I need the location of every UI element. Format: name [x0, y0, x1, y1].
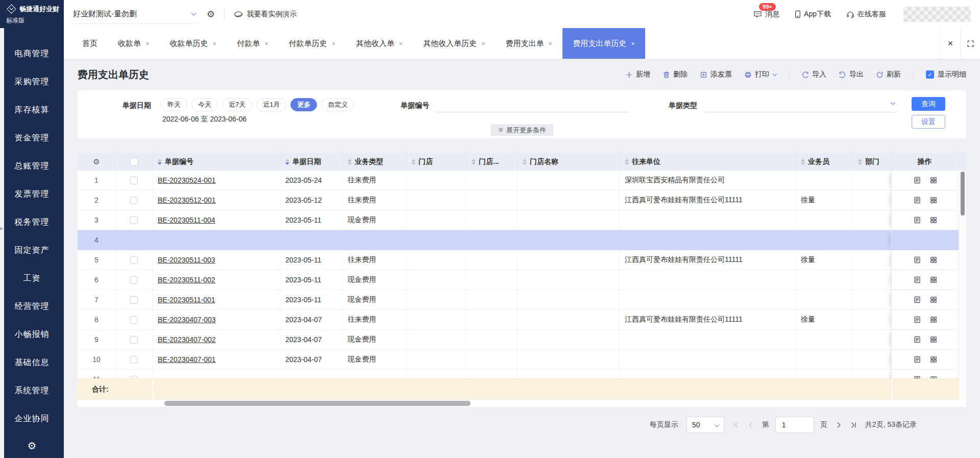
- doc-detail-icon[interactable]: [913, 256, 921, 264]
- row-checkbox[interactable]: [130, 296, 138, 304]
- prev-page-icon[interactable]: [747, 422, 754, 428]
- vertical-scrollbar[interactable]: [959, 171, 966, 400]
- table-row-11[interactable]: 11: [78, 370, 966, 378]
- table-row-4[interactable]: 4: [78, 230, 966, 250]
- demo-link[interactable]: 我要看实例演示: [234, 10, 297, 19]
- row-checkbox[interactable]: [130, 276, 138, 284]
- grid-icon[interactable]: [929, 335, 938, 344]
- row-checkbox[interactable]: [130, 197, 138, 204]
- org-settings-gear-icon[interactable]: ⚙: [207, 9, 215, 20]
- toolbar-button-0[interactable]: 新增: [625, 70, 650, 79]
- grid-icon[interactable]: [929, 256, 938, 264]
- close-tab-icon[interactable]: ×: [332, 40, 336, 47]
- tab-4[interactable]: 付款单历史×: [279, 28, 346, 59]
- sort-arrows-icon[interactable]: [858, 159, 862, 165]
- doc-link[interactable]: BE-20230511-003: [158, 256, 215, 264]
- close-tab-icon[interactable]: ×: [213, 40, 217, 47]
- sidebar-item-8[interactable]: 工资: [0, 264, 64, 292]
- column-header-store[interactable]: 门店: [406, 153, 467, 171]
- grid-icon[interactable]: [929, 296, 938, 304]
- sidebar-item-5[interactable]: 发票管理: [0, 180, 64, 208]
- column-header-date[interactable]: 单据日期: [280, 153, 342, 171]
- user-account-redacted[interactable]: [903, 7, 971, 22]
- doctype-select[interactable]: [703, 99, 898, 112]
- vertical-scrollbar-thumb[interactable]: [961, 172, 965, 215]
- sidebar-item-11[interactable]: 基础信息: [0, 348, 64, 376]
- last-page-icon[interactable]: [850, 422, 857, 428]
- close-tab-icon[interactable]: ×: [399, 40, 403, 47]
- column-header-biztype[interactable]: 业务类型: [342, 153, 406, 171]
- grid-icon[interactable]: [929, 176, 938, 184]
- date-pill-1[interactable]: 今天: [191, 98, 218, 111]
- close-tab-icon[interactable]: ×: [549, 40, 553, 47]
- sidebar-item-10[interactable]: 小畅报销: [0, 320, 64, 348]
- grid-icon[interactable]: [929, 276, 938, 284]
- tab-8[interactable]: 费用支出单历史×: [562, 28, 645, 59]
- row-checkbox[interactable]: [130, 356, 138, 364]
- page-number-input[interactable]: 1: [775, 417, 814, 433]
- sort-arrows-icon[interactable]: [625, 159, 629, 165]
- table-row-1[interactable]: 1BE-20230524-0012023-05-24往来费用深圳联宝西安精品有限…: [78, 171, 966, 190]
- table-row-6[interactable]: 6BE-20230511-0022023-05-11现金费用: [78, 270, 966, 290]
- tab-6[interactable]: 其他收入单历史×: [413, 28, 496, 59]
- toolbar-button-4[interactable]: 导入: [801, 70, 826, 79]
- sidebar-item-0[interactable]: 电商管理: [0, 39, 64, 67]
- sort-arrows-icon[interactable]: [158, 159, 162, 165]
- sidebar-settings-gear-icon[interactable]: ⚙: [0, 433, 64, 458]
- column-header-store_code[interactable]: 门店...: [467, 153, 518, 171]
- row-checkbox[interactable]: [130, 216, 138, 224]
- date-pill-5[interactable]: 自定义: [321, 98, 354, 111]
- gear-icon[interactable]: ⚙: [93, 157, 100, 166]
- doc-detail-icon[interactable]: [913, 276, 921, 284]
- online-support-button[interactable]: 在线客服: [846, 10, 886, 19]
- close-tab-icon[interactable]: ×: [631, 40, 635, 47]
- sidebar-item-2[interactable]: 库存核算: [0, 95, 64, 124]
- table-row-2[interactable]: 2BE-20230512-0012023-05-12往来费用江西真可爱布娃娃有限…: [78, 190, 966, 210]
- tab-7[interactable]: 费用支出单×: [496, 28, 563, 59]
- doc-detail-icon[interactable]: [913, 176, 921, 184]
- table-header-gear-cell[interactable]: ⚙: [78, 153, 116, 171]
- grid-icon[interactable]: [929, 196, 938, 204]
- doc-link[interactable]: BE-20230407-003: [158, 316, 216, 324]
- sidebar-item-6[interactable]: 税务管理: [0, 208, 64, 236]
- expand-more-button[interactable]: 展开更多条件: [491, 124, 553, 136]
- grid-icon[interactable]: [929, 355, 938, 364]
- column-header-docno[interactable]: 单据编号: [153, 153, 280, 171]
- sidebar-item-7[interactable]: 固定资产: [0, 236, 64, 264]
- doc-detail-icon[interactable]: [913, 216, 921, 224]
- doc-link[interactable]: BE-20230511-002: [158, 276, 215, 284]
- column-header-counterpart[interactable]: 往来单位: [620, 153, 796, 171]
- horizontal-scrollbar-thumb[interactable]: [164, 401, 471, 406]
- column-header-salesman[interactable]: 业务员: [796, 153, 853, 171]
- close-tab-icon[interactable]: ×: [145, 40, 150, 47]
- show-detail-toggle[interactable]: ✓显示明细: [926, 70, 966, 79]
- row-checkbox[interactable]: [130, 256, 138, 264]
- doc-link[interactable]: BE-20230511-001: [158, 296, 215, 304]
- table-row-8[interactable]: 8BE-20230407-0032023-04-07往来费用江西真可爱布娃娃有限…: [78, 310, 966, 330]
- sidebar-item-12[interactable]: 系统管理: [0, 376, 64, 404]
- table-row-10[interactable]: 10BE-20230407-0012023-04-07现金费用: [78, 350, 966, 370]
- close-tab-icon[interactable]: ×: [481, 40, 485, 47]
- table-row-9[interactable]: 9BE-20230407-0022023-04-07现金费用: [78, 330, 966, 350]
- doc-link[interactable]: BE-20230524-001: [158, 176, 216, 184]
- sidebar-item-1[interactable]: 采购管理: [0, 67, 64, 95]
- table-row-7[interactable]: 7BE-20230511-0012023-05-11现金费用: [78, 290, 966, 310]
- docno-input[interactable]: [435, 99, 629, 112]
- toolbar-button-3[interactable]: 打印: [744, 70, 776, 79]
- sidebar-item-4[interactable]: 总账管理: [0, 152, 64, 180]
- sort-arrows-icon[interactable]: [801, 159, 805, 165]
- row-checkbox[interactable]: [130, 336, 138, 344]
- doc-link[interactable]: BE-20230512-001: [158, 196, 216, 204]
- doc-detail-icon[interactable]: [913, 296, 921, 304]
- first-page-icon[interactable]: [732, 422, 739, 428]
- doc-detail-icon[interactable]: [913, 316, 921, 324]
- sort-arrows-icon[interactable]: [348, 159, 352, 165]
- doc-detail-icon[interactable]: [913, 196, 921, 204]
- grid-icon[interactable]: [929, 316, 938, 324]
- toolbar-button-5[interactable]: 导出: [839, 70, 864, 79]
- tab-3[interactable]: 付款单×: [227, 28, 279, 59]
- org-selector[interactable]: 好业财测试-量勿删: [72, 9, 199, 24]
- tab-2[interactable]: 收款单历史×: [160, 28, 227, 59]
- sort-arrows-icon[interactable]: [285, 159, 289, 165]
- settings-button[interactable]: 设置: [912, 115, 945, 129]
